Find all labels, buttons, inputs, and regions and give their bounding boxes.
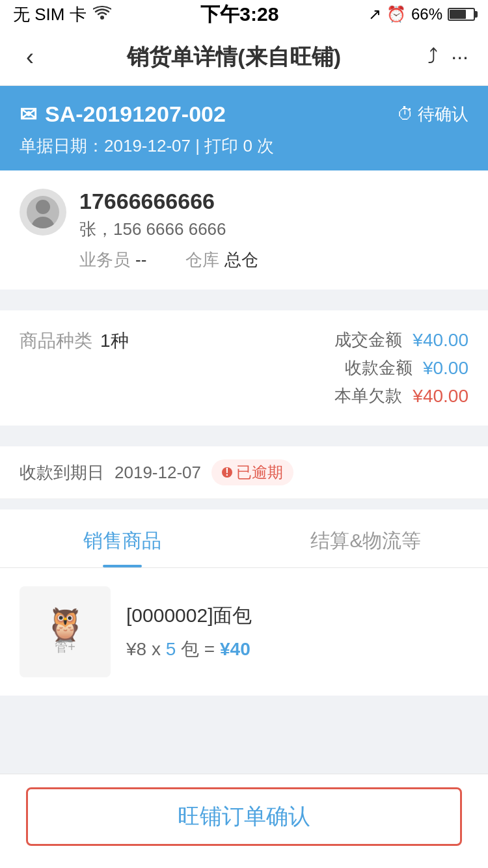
- tab-sales-goods[interactable]: 销售商品: [0, 509, 244, 567]
- customer-phone: 17666666666: [79, 189, 468, 214]
- status-time: 下午3:28: [200, 1, 278, 28]
- divider-2: [0, 436, 488, 446]
- order-id-text: SA-20191207-002: [45, 102, 226, 127]
- alarm-icon: ⏰: [386, 5, 406, 23]
- product-price: ¥8 x 5 包 = ¥40: [126, 637, 468, 662]
- received-label: 收款金额: [345, 357, 413, 379]
- warehouse-value: 总仓: [224, 249, 258, 271]
- owl-icon: 🦉: [45, 608, 85, 641]
- order-date-text: 单据日期：2019-12-07: [20, 136, 191, 156]
- order-status-text: 待确认: [418, 103, 468, 126]
- product-thumbnail: 🦉 管+: [20, 586, 111, 677]
- goods-type-value: 1种: [100, 329, 129, 353]
- due-date-label: 收款到期日: [20, 461, 104, 484]
- equals-sign: =: [204, 639, 220, 659]
- overdue-badge: ! 已逾期: [211, 459, 293, 485]
- carrier-text: 无 SIM 卡: [13, 3, 87, 26]
- product-item: 🦉 管+ [0000002]面包 ¥8 x 5 包 = ¥40: [0, 568, 488, 696]
- received-value: ¥0.00: [423, 358, 468, 379]
- order-icon: ✉: [20, 102, 37, 127]
- owed-value: ¥40.00: [413, 386, 468, 407]
- order-print-info: | 打印 0 次: [195, 136, 274, 156]
- tab-settlement-label: 结算&物流等: [310, 530, 421, 551]
- tab-settlement[interactable]: 结算&物流等: [244, 509, 488, 567]
- battery-icon: [448, 8, 475, 21]
- order-header: ✉ SA-20191207-002 ⏱ 待确认 单据日期：2019-12-07 …: [0, 86, 488, 170]
- back-button[interactable]: ‹: [20, 37, 40, 77]
- goods-type-label: 商品种类: [20, 329, 92, 353]
- share-button[interactable]: ⤴: [427, 45, 438, 69]
- overdue-icon: !: [222, 467, 232, 478]
- status-left: 无 SIM 卡: [13, 3, 111, 26]
- location-icon: ↗: [368, 5, 381, 23]
- transaction-label: 成交金额: [334, 329, 402, 351]
- product-quantity: 5: [166, 639, 176, 659]
- wifi-icon: [93, 5, 111, 25]
- sales-rep-item: 业务员 --: [79, 249, 146, 271]
- customer-meta: 业务员 -- 仓库 总仓: [79, 249, 468, 271]
- product-logo: 🦉 管+: [45, 608, 85, 656]
- amounts: 成交金额 ¥40.00 收款金额 ¥0.00 本单欠款 ¥40.00: [334, 329, 468, 407]
- confirm-label: 旺铺订单确认: [178, 802, 310, 832]
- received-row: 收款金额 ¥0.00: [345, 357, 468, 379]
- due-date-row: 收款到期日 2019-12-07 ! 已逾期: [0, 446, 488, 499]
- nav-title: 销货单详情(来自旺铺): [127, 42, 341, 72]
- order-status: ⏱ 待确认: [397, 103, 468, 126]
- customer-name: 张，156 6666 6666: [79, 218, 468, 241]
- unit-price: ¥8: [126, 639, 146, 659]
- goods-type: 商品种类 1种: [20, 329, 129, 353]
- transaction-row: 成交金额 ¥40.00: [334, 329, 468, 351]
- customer-row: 17666666666 张，156 6666 6666 业务员 -- 仓库 总仓: [20, 189, 468, 271]
- product-name: [0000002]面包: [126, 603, 468, 629]
- owed-label: 本单欠款: [334, 385, 402, 407]
- confirm-button[interactable]: 旺铺订单确认: [26, 787, 462, 846]
- price-separator: x: [152, 639, 166, 659]
- divider-3: [0, 499, 488, 509]
- customer-section: 17666666666 张，156 6666 6666 业务员 -- 仓库 总仓: [0, 170, 488, 290]
- battery-percent: 66%: [411, 5, 442, 23]
- order-date-row: 单据日期：2019-12-07 | 打印 0 次: [20, 135, 468, 157]
- order-id: ✉ SA-20191207-002: [20, 102, 226, 127]
- bottom-bar: 旺铺订单确认: [0, 774, 488, 868]
- plus-label: 管+: [55, 638, 75, 656]
- tab-sales-label: 销售商品: [83, 530, 161, 551]
- owed-row: 本单欠款 ¥40.00: [334, 385, 468, 407]
- summary-section: 商品种类 1种 成交金额 ¥40.00 收款金额 ¥0.00 本单欠款 ¥40.…: [0, 310, 488, 426]
- warehouse-item: 仓库 总仓: [185, 249, 258, 271]
- overdue-text: 已逾期: [236, 462, 283, 483]
- product-total: ¥40: [220, 639, 251, 659]
- status-right: ↗ ⏰ 66%: [368, 5, 475, 23]
- warehouse-label: 仓库: [185, 249, 219, 271]
- product-unit: 包: [181, 639, 199, 659]
- nav-actions: ⤴ ···: [427, 45, 468, 69]
- sales-rep-value: --: [135, 250, 146, 270]
- summary-row: 商品种类 1种 成交金额 ¥40.00 收款金额 ¥0.00 本单欠款 ¥40.…: [20, 329, 468, 407]
- status-clock-icon: ⏱: [397, 104, 414, 124]
- due-date-value: 2019-12-07: [115, 463, 201, 483]
- transaction-value: ¥40.00: [413, 330, 468, 351]
- status-bar: 无 SIM 卡 下午3:28 ↗ ⏰ 66%: [0, 0, 488, 29]
- product-info: [0000002]面包 ¥8 x 5 包 = ¥40: [126, 603, 468, 662]
- order-id-row: ✉ SA-20191207-002 ⏱ 待确认: [20, 102, 468, 127]
- tabs-container: 销售商品 结算&物流等: [0, 509, 488, 568]
- sales-rep-label: 业务员: [79, 249, 130, 271]
- nav-bar: ‹ 销货单详情(来自旺铺) ⤴ ···: [0, 29, 488, 86]
- svg-point-0: [100, 16, 104, 20]
- customer-details: 17666666666 张，156 6666 6666 业务员 -- 仓库 总仓: [79, 189, 468, 271]
- avatar: [20, 189, 66, 236]
- divider-1: [0, 300, 488, 310]
- more-button[interactable]: ···: [451, 45, 468, 69]
